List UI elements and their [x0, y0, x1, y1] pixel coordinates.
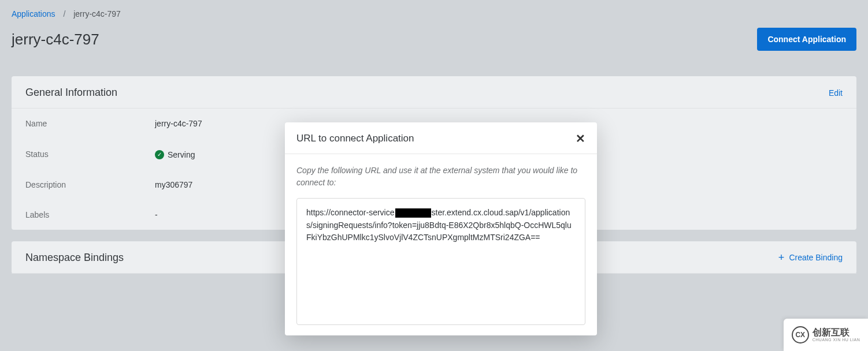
description-label: Description: [25, 180, 155, 189]
redacted-block: [395, 208, 431, 218]
connect-application-button[interactable]: Connect Application: [757, 28, 856, 51]
url-textbox[interactable]: https://connector-servicester.extend.cx.…: [296, 198, 585, 325]
modal-body: Copy the following URL and use it at the…: [285, 154, 597, 335]
breadcrumb-current: jerry-c4c-797: [73, 9, 121, 18]
namespace-bindings-title: Namespace Bindings: [25, 252, 124, 264]
name-label: Name: [25, 119, 155, 128]
description-value: my306797: [155, 180, 192, 189]
page-header: jerry-c4c-797 Connect Application: [0, 23, 868, 65]
status-text: Serving: [168, 150, 195, 159]
labels-label: Labels: [25, 210, 155, 219]
breadcrumb-separator: /: [63, 9, 65, 18]
page-title: jerry-c4c-797: [12, 31, 99, 48]
general-information-header: General Information Edit: [12, 76, 856, 109]
modal-header: URL to connect Application ✕: [285, 122, 597, 154]
general-information-title: General Information: [25, 87, 117, 99]
create-binding-label: Create Binding: [789, 253, 843, 262]
status-label: Status: [25, 150, 155, 159]
status-badge: ✓ Serving: [155, 150, 195, 159]
check-circle-icon: ✓: [155, 150, 164, 159]
watermark: CX 创新互联 CHUANG XIN HU LIAN: [784, 319, 868, 351]
plus-icon: +: [778, 252, 785, 264]
url-part-1: https://connector-service: [306, 208, 395, 217]
modal-instruction: Copy the following URL and use it at the…: [296, 165, 585, 189]
connect-url-modal: URL to connect Application ✕ Copy the fo…: [285, 122, 597, 335]
watermark-text: 创新互联 CHUANG XIN HU LIAN: [813, 327, 860, 342]
breadcrumb-root-link[interactable]: Applications: [12, 9, 55, 18]
edit-link[interactable]: Edit: [829, 88, 843, 98]
close-icon[interactable]: ✕: [576, 133, 585, 144]
watermark-en: CHUANG XIN HU LIAN: [813, 338, 860, 342]
create-binding-link[interactable]: + Create Binding: [778, 252, 843, 264]
name-value: jerry-c4c-797: [155, 119, 202, 128]
watermark-cn: 创新互联: [813, 327, 860, 338]
watermark-logo-icon: CX: [792, 326, 809, 343]
breadcrumb: Applications / jerry-c4c-797: [0, 0, 868, 23]
labels-value: -: [155, 210, 158, 219]
status-value: ✓ Serving: [155, 149, 195, 159]
modal-title: URL to connect Application: [296, 133, 414, 144]
